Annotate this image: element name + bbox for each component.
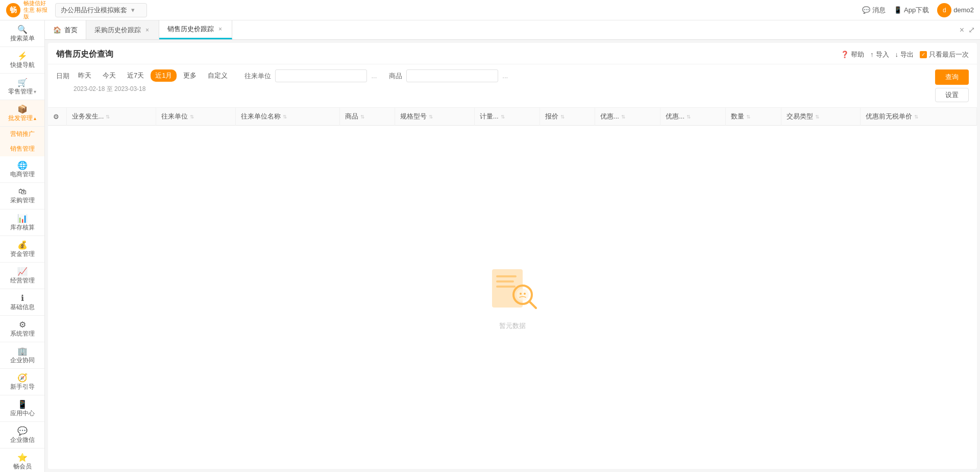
app-download-label: App下载 — [904, 6, 929, 15]
sidebar-item-apps[interactable]: 📱 应用中心 — [0, 395, 44, 422]
sidebar-item-system[interactable]: ⚙ 系统管理 — [0, 316, 44, 342]
query-button[interactable]: 查询 — [935, 69, 969, 85]
header-left: 畅 畅捷信好生意 标报版 办公用品行业模拟账套 ▾ — [6, 0, 147, 20]
tab-close-sales[interactable]: × — [217, 25, 224, 33]
sort-icon: ⇅ — [190, 114, 194, 120]
sidebar-item-label: 系统管理 — [10, 329, 35, 338]
import-button[interactable]: ↑ 导入 — [870, 50, 889, 59]
partner-dots[interactable]: ... — [371, 72, 377, 80]
empty-text: 暂元数据 — [499, 321, 526, 331]
filter-btn-1month[interactable]: 近1月 — [151, 69, 177, 82]
sidebar-item-wechat[interactable]: 💬 企业微信 — [0, 422, 44, 449]
th-partner[interactable]: 往来单位 ⇅ — [156, 108, 236, 126]
sidebar-item-search-menu[interactable]: 🔍 搜索菜单 — [0, 20, 44, 47]
sort-icon: ⇅ — [815, 114, 819, 120]
sidebar-item-label: 营销推广 — [10, 130, 35, 137]
only-last-checkbox[interactable]: ✓ 只看最后一次 — [920, 50, 969, 59]
th-pre-tax-price[interactable]: 优惠前无税单价 ⇅ — [861, 108, 977, 126]
sidebar-item-inventory[interactable]: 📊 库存核算 — [0, 209, 44, 236]
th-biz-date[interactable]: 业务发生... ⇅ — [66, 108, 156, 126]
tab-label: 采购历史价跟踪 — [94, 26, 141, 35]
logo-icon: 畅 — [6, 3, 20, 17]
sidebar-item-operations[interactable]: 📈 经营管理 — [0, 263, 44, 289]
message-icon: 💬 — [862, 6, 870, 14]
product-label: 商品 — [389, 69, 402, 81]
sidebar-item-finance[interactable]: 💰 资金管理 — [0, 236, 44, 263]
th-qty[interactable]: 数量 ⇅ — [726, 108, 781, 126]
tab-purchase-history[interactable]: 采购历史价跟踪 × — [86, 20, 159, 39]
export-icon: ↓ — [895, 51, 899, 58]
sidebar-item-marketing[interactable]: 营销推广 — [0, 127, 44, 141]
user-menu[interactable]: d demo2 — [937, 3, 974, 17]
th-discount2[interactable]: 优惠... ⇅ — [660, 108, 726, 126]
sort-icon: ⇅ — [360, 114, 364, 120]
settings-button[interactable]: 设置 — [935, 88, 969, 102]
th-price[interactable]: 报价 ⇅ — [540, 108, 595, 126]
filter-btn-more[interactable]: 更多 — [179, 69, 201, 82]
th-label: 优惠前无税单价 — [866, 112, 912, 121]
content-area: 🏠 首页 采购历史价跟踪 × 销售历史价跟踪 × × ⤢ 销售历史价查询 — [45, 20, 980, 472]
sidebar-item-enterprise[interactable]: 🏢 企业协同 — [0, 342, 44, 369]
sidebar-item-sales-mgmt[interactable]: 销售管理 — [0, 141, 44, 156]
export-button[interactable]: ↓ 导出 — [895, 50, 914, 59]
filter-btn-custom[interactable]: 自定义 — [203, 69, 232, 82]
date-range-display: 2023-02-18 至 2023-03-18 — [74, 85, 232, 93]
partner-input[interactable] — [275, 69, 367, 82]
tab-sales-history[interactable]: 销售历史价跟踪 × — [159, 20, 232, 39]
th-discount1[interactable]: 优惠... ⇅ — [595, 108, 660, 126]
filter-bar: 日期 昨天 今天 近7天 近1月 更多 自定义 2023-02-18 至 202… — [48, 64, 977, 108]
th-unit[interactable]: 计量... ⇅ — [474, 108, 540, 126]
product-input[interactable] — [406, 69, 498, 82]
page-header: 销售历史价查询 ❓ 帮助 ↑ 导入 ↓ 导出 ✓ — [48, 43, 977, 64]
th-settings[interactable]: ⚙ — [48, 108, 66, 126]
app-download-button[interactable]: 📱 App下载 — [894, 6, 929, 15]
maximize-icon[interactable]: ⤢ — [968, 25, 975, 35]
th-spec[interactable]: 规格型号 ⇅ — [395, 108, 474, 126]
import-icon: ↑ — [870, 51, 874, 58]
basic-icon: ℹ — [21, 293, 24, 303]
sidebar: 🔍 搜索菜单 ⚡ 快捷导航 🛒 零售管理 ▾ 📦 批发管理 ▴ 营销推广 销售管… — [0, 20, 45, 472]
table-area: ⚙ 业务发生... ⇅ 往来单位 — [48, 108, 977, 469]
tab-label: 销售历史价跟踪 — [167, 25, 214, 34]
message-button[interactable]: 💬 消息 — [862, 6, 886, 15]
app-selector[interactable]: 办公用品行业模拟账套 ▾ — [55, 3, 147, 17]
filter-btn-today[interactable]: 今天 — [98, 69, 120, 82]
sidebar-item-label: 快捷导航 — [10, 61, 35, 69]
sidebar-item-retail-mgmt[interactable]: 🛒 零售管理 ▾ — [0, 74, 44, 100]
sidebar-item-member[interactable]: ⭐ 畅会员 — [0, 449, 44, 472]
sort-icon: ⇅ — [501, 114, 505, 120]
sidebar-item-label: 销售管理 — [10, 145, 35, 152]
avatar: d — [937, 3, 951, 17]
th-product[interactable]: 商品 ⇅ — [339, 108, 395, 126]
tab-close-purchase[interactable]: × — [144, 26, 151, 34]
tab-bar-right: × ⤢ — [954, 20, 980, 39]
sidebar-item-basic-info[interactable]: ℹ 基础信息 — [0, 289, 44, 316]
th-trade-type[interactable]: 交易类型 ⇅ — [781, 108, 861, 126]
th-label: 优惠... — [600, 112, 619, 121]
page-header-actions: ❓ 帮助 ↑ 导入 ↓ 导出 ✓ 只看最后一次 — [841, 50, 969, 59]
import-label: 导入 — [876, 50, 889, 59]
product-dots[interactable]: ... — [502, 72, 508, 80]
th-partner-name[interactable]: 往来单位名称 ⇅ — [236, 108, 340, 126]
sidebar-item-guide[interactable]: 🧭 新手引导 — [0, 369, 44, 395]
product-filter-group: 商品 ... — [389, 69, 508, 82]
filter-btn-yesterday[interactable]: 昨天 — [74, 69, 96, 82]
svg-point-8 — [524, 293, 526, 295]
sidebar-item-quick-nav[interactable]: ⚡ 快捷导航 — [0, 47, 44, 74]
wholesale-icon: 📦 — [17, 104, 28, 114]
sort-icon: ⇅ — [687, 114, 691, 120]
apps-icon: 📱 — [17, 399, 28, 409]
sidebar-item-wholesale-mgmt[interactable]: 📦 批发管理 ▴ — [0, 100, 44, 127]
sidebar-item-ecommerce[interactable]: 🌐 电商管理 — [0, 156, 44, 183]
sidebar-item-label: 电商管理 — [10, 170, 35, 179]
help-button[interactable]: ❓ 帮助 — [841, 50, 864, 59]
th-label: 数量 — [731, 112, 744, 121]
sort-icon: ⇅ — [560, 114, 565, 120]
operations-icon: 📈 — [17, 267, 28, 276]
sidebar-item-purchase-mgmt[interactable]: 🛍 采购管理 — [0, 183, 44, 209]
sidebar-item-label: 搜索菜单 — [10, 34, 35, 43]
filter-btn-7days[interactable]: 近7天 — [122, 69, 149, 82]
svg-rect-2 — [496, 280, 514, 282]
close-all-icon[interactable]: × — [960, 26, 964, 35]
tab-home[interactable]: 🏠 首页 — [45, 20, 86, 39]
